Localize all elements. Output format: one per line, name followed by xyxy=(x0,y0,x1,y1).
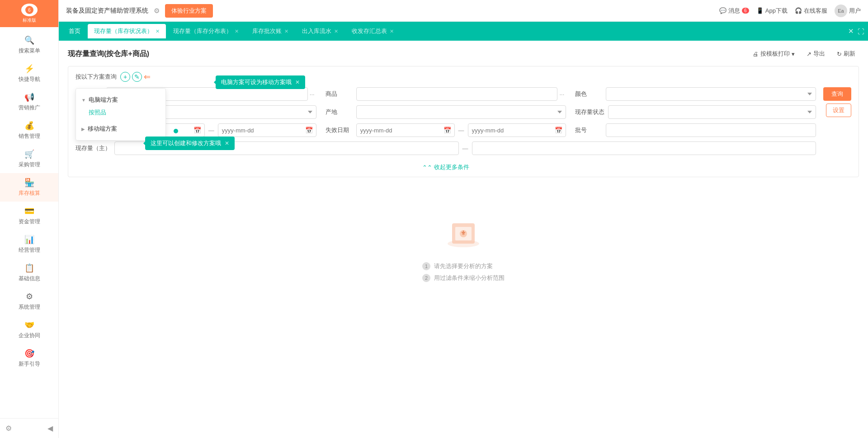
tab-inventory-status[interactable]: 现存量（库存状况表） ✕ xyxy=(88,24,166,38)
collapse-filter-btn[interactable]: ⌃⌃ 收起更多条件 xyxy=(75,160,816,173)
goods-input[interactable] xyxy=(356,87,558,101)
tab-batch-ledger[interactable]: 库存批次账 ✕ xyxy=(246,24,295,38)
scheme-item-bygoods[interactable]: 按照品 xyxy=(76,106,165,119)
message-icon: 💬 xyxy=(719,7,726,14)
sidebar-item-operation[interactable]: 📊 经营管理 xyxy=(0,230,58,259)
sidebar-item-search[interactable]: 🔍 搜索菜单 xyxy=(0,31,58,59)
stock-main-to-input[interactable] xyxy=(472,141,816,155)
tooltip-pc-close[interactable]: ✕ xyxy=(295,79,300,85)
sidebar-item-quicknav[interactable]: ⚡ 快捷导航 xyxy=(0,59,58,88)
empty-icon xyxy=(441,210,486,255)
warehouse-more-icon[interactable]: ··· xyxy=(308,91,316,98)
sidebar-item-purchase[interactable]: 🛒 采购管理 xyxy=(0,145,58,173)
tab-close-batch-ledger[interactable]: ✕ xyxy=(284,28,288,34)
edit-scheme-btn[interactable]: ✎ xyxy=(132,72,142,82)
expire-date-end-calendar-icon[interactable]: 📅 xyxy=(555,127,562,134)
goods-more-icon[interactable]: ··· xyxy=(557,91,566,98)
scheme-group-arrow-icon: ▼ xyxy=(81,98,86,103)
sidebar: 6 标准版 🔍 搜索菜单 ⚡ 快捷导航 📢 营销推广 💰 销售管理 🛒 采购管理… xyxy=(0,0,59,438)
user-menu[interactable]: Ea 用户 xyxy=(835,5,861,17)
basic-icon: 📋 xyxy=(24,263,34,273)
page-content: 现存量查询(按仓库+商品) 🖨 按模板打印 ▾ ↗ 导出 ↻ 刷新 xyxy=(59,41,868,438)
scheme-group-pc: ▼ 电脑端方案 按照品 xyxy=(76,92,165,121)
service-icon: 🎧 xyxy=(795,7,802,14)
scheme-group-pc-header[interactable]: ▼ 电脑端方案 xyxy=(76,94,165,106)
sidebar-item-sales[interactable]: 💰 销售管理 xyxy=(0,116,58,145)
tab-close-summary[interactable]: ✕ xyxy=(390,28,394,34)
quicknav-icon: ⚡ xyxy=(24,64,34,74)
sidebar-item-enterprise[interactable]: 🤝 企业协同 xyxy=(0,316,58,344)
expire-date-end-input[interactable] xyxy=(468,123,566,137)
color-select[interactable] xyxy=(606,87,816,101)
tab-close-inventory-status[interactable]: ✕ xyxy=(156,28,160,34)
filter-header: 按以下方案查询 + ✎ ⇐ ▼ 电脑端方案 xyxy=(75,72,851,82)
page-actions: 🖨 按模板打印 ▾ ↗ 导出 ↻ 刷新 xyxy=(749,48,859,60)
settings-gear-icon[interactable]: ⚙ xyxy=(154,7,160,15)
collapse-icon[interactable]: ◀ xyxy=(47,424,53,433)
settings-icon[interactable]: ⚙ xyxy=(5,424,12,433)
produce-date-end-calendar-icon[interactable]: 📅 xyxy=(305,127,313,134)
tab-summary[interactable]: 收发存汇总表 ✕ xyxy=(345,24,400,38)
connector-dot xyxy=(174,129,178,133)
tooltip-pc-box: 电脑方案可设为移动方案哦 ✕ xyxy=(216,75,305,89)
reset-btn[interactable]: 设置 xyxy=(826,104,851,117)
tab-fullscreen-icon[interactable]: ⛶ xyxy=(858,28,864,35)
expire-date-input[interactable] xyxy=(356,123,455,137)
stock-status-select[interactable] xyxy=(608,105,816,119)
tab-close-inventory-dist[interactable]: ✕ xyxy=(235,28,239,34)
sidebar-item-finance[interactable]: 💳 资金管理 xyxy=(0,202,58,230)
scheme-dropdown: ▼ 电脑端方案 按照品 ▶ 移动端方案 xyxy=(75,88,166,141)
message-btn[interactable]: 💬 消息 6 xyxy=(719,7,749,15)
add-scheme-btn[interactable]: + xyxy=(120,72,130,82)
sidebar-item-guide[interactable]: 🎯 新手引导 xyxy=(0,344,58,372)
stock-main-label: 现存量（主） xyxy=(75,144,111,152)
print-btn[interactable]: 🖨 按模板打印 ▾ xyxy=(749,48,798,60)
tab-home[interactable]: 首页 xyxy=(62,24,87,38)
tab-close-all-icon[interactable]: ✕ xyxy=(848,27,854,35)
batch-input[interactable] xyxy=(606,123,816,137)
export-btn[interactable]: ↗ 导出 xyxy=(803,48,829,60)
avatar: Ea xyxy=(835,5,847,17)
batch-label: 批号 xyxy=(575,126,602,134)
filter-row-3: 生产日期 📅 — 📅 xyxy=(75,123,816,137)
refresh-btn[interactable]: ↻ 刷新 xyxy=(833,48,859,60)
export-icon: ↗ xyxy=(807,51,811,57)
sidebar-item-inventory[interactable]: 🏪 库存核算 xyxy=(0,173,58,202)
tooltip-edit-close[interactable]: ✕ xyxy=(225,140,229,146)
filter-label: 按以下方案查询 xyxy=(75,73,117,81)
sidebar-item-basic[interactable]: 📋 基础信息 xyxy=(0,259,58,287)
stock-main-sep: — xyxy=(462,145,468,152)
sidebar-item-system[interactable]: ⚙ 系统管理 xyxy=(0,287,58,316)
filter-batch: 批号 xyxy=(575,123,816,137)
inventory-icon: 🏪 xyxy=(24,178,34,188)
sidebar-item-marketing[interactable]: 📢 营销推广 xyxy=(0,88,58,116)
app-download-btn[interactable]: 📱 App下载 xyxy=(756,7,788,15)
purchase-icon: 🛒 xyxy=(24,149,34,159)
empty-state: 1 请先选择要分析的方案 2 用过滤条件来缩小分析范围 xyxy=(68,183,859,300)
tab-inventory-dist[interactable]: 现存量（库存分布表） ✕ xyxy=(167,24,245,38)
expire-date-calendar-icon[interactable]: 📅 xyxy=(443,127,451,134)
tab-inout-flow[interactable]: 出入库流水 ✕ xyxy=(296,24,344,38)
trial-btn[interactable]: 体验行业方案 xyxy=(165,4,213,18)
scheme-arrow-icon[interactable]: ⇐ xyxy=(144,72,151,82)
sidebar-logo-text: 标准版 xyxy=(23,17,36,24)
produce-date-calendar-icon[interactable]: 📅 xyxy=(193,127,201,134)
origin-select[interactable] xyxy=(356,105,566,119)
header-right: 💬 消息 6 📱 App下载 🎧 在线客服 Ea 用户 xyxy=(719,5,861,17)
filter-right-btns: 查询 设置 xyxy=(823,87,851,117)
tip-num-2: 2 xyxy=(422,274,430,282)
tooltip-edit-box: 这里可以创建和修改方案哦 ✕ xyxy=(145,137,235,150)
phone-icon: 📱 xyxy=(756,7,764,14)
query-btn[interactable]: 查询 xyxy=(823,87,851,101)
main-content: 装备及固定资产辅助管理系统 ⚙ 体验行业方案 💬 消息 6 📱 App下载 🎧 … xyxy=(59,0,868,438)
expire-date-label: 失效日期 xyxy=(326,126,353,134)
tab-close-inout-flow[interactable]: ✕ xyxy=(334,28,338,34)
collapse-up-icon: ⌃⌃ xyxy=(422,164,432,171)
enterprise-icon: 🤝 xyxy=(24,320,34,330)
filter-fields: 仓库 ··· 商品 ··· xyxy=(75,87,816,173)
page-title-row: 现存量查询(按仓库+商品) 🖨 按模板打印 ▾ ↗ 导出 ↻ 刷新 xyxy=(68,48,859,60)
expire-date-input-wrap: 📅 xyxy=(356,123,455,137)
produce-date-end-input[interactable] xyxy=(218,123,316,137)
scheme-group-mobile-header[interactable]: ▶ 移动端方案 xyxy=(76,123,165,135)
online-service-btn[interactable]: 🎧 在线客服 xyxy=(795,7,827,15)
